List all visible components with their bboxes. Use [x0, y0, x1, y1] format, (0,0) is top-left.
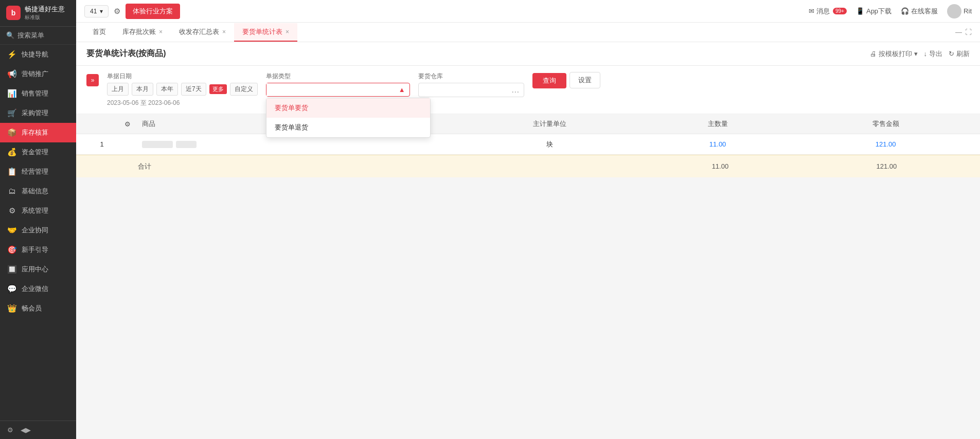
- tab-inventory-batch[interactable]: 库存批次账 ×: [114, 23, 171, 42]
- sidebar-label-purchase: 采购管理: [22, 108, 48, 118]
- tab-inventory-batch-close[interactable]: ×: [159, 28, 163, 35]
- warehouse-more-icon[interactable]: …: [511, 85, 520, 95]
- app-download-btn[interactable]: 📱 App下载: [856, 7, 892, 16]
- user-area[interactable]: Rit: [947, 4, 972, 19]
- type-filter-input[interactable]: [266, 83, 395, 96]
- purchase-icon: 🛒: [7, 108, 16, 118]
- goods-placeholder-2: [176, 141, 197, 148]
- type-filter-chevron-icon[interactable]: ▲: [395, 86, 409, 94]
- sidebar-item-cooperation[interactable]: 🤝 企业协同: [0, 221, 76, 240]
- online-service-btn[interactable]: 🎧 在线客服: [901, 7, 938, 16]
- settings-gear-icon[interactable]: ⚙: [7, 426, 13, 434]
- date-custom-btn[interactable]: 自定义: [230, 83, 258, 96]
- sidebar: b 畅捷通好生意 标准版 🔍 搜索菜单 ⚡ 快捷导航 📢 营销推广 📊 销售管理…: [0, 0, 76, 439]
- topbar-left: 41 ▾ ⚙ 体验行业方案: [84, 4, 180, 19]
- finance-icon: 💰: [7, 148, 16, 157]
- warehouse-filter-group: 要货仓库 …: [418, 72, 524, 97]
- goods-placeholder-1: [142, 141, 173, 148]
- col-gear[interactable]: ⚙: [117, 115, 138, 133]
- tab-inventory-batch-label: 库存批次账: [122, 27, 156, 36]
- dropdown-item-order-return[interactable]: 要货单退货: [266, 118, 430, 137]
- store-dropdown-icon: ▾: [100, 8, 103, 15]
- sidebar-item-purchase[interactable]: 🛒 采购管理: [0, 103, 76, 123]
- tabs-right-controls: — ⛶: [955, 28, 972, 36]
- sidebar-item-member[interactable]: 👑 畅会员: [0, 299, 76, 318]
- tab-minimize-icon[interactable]: —: [955, 28, 962, 36]
- date-last-month-btn[interactable]: 上月: [107, 83, 129, 96]
- logo-text-area: 畅捷通好生意 标准版: [25, 5, 65, 21]
- tab-order-stats-label: 要货单统计表: [242, 27, 282, 36]
- sidebar-item-sales[interactable]: 📊 销售管理: [0, 84, 76, 103]
- query-btn[interactable]: 查询: [532, 73, 566, 88]
- cell-gear-1: [117, 140, 138, 149]
- search-menu-label: 搜索菜单: [17, 31, 44, 40]
- sidebar-item-finance[interactable]: 💰 资金管理: [0, 142, 76, 162]
- app-download-icon: 📱: [856, 7, 864, 15]
- app-subtitle: 标准版: [25, 14, 65, 21]
- tab-receive-summary-close[interactable]: ×: [222, 28, 226, 35]
- operations-icon: 📋: [7, 167, 16, 176]
- tab-order-stats-close[interactable]: ×: [286, 28, 289, 35]
- sidebar-label-basic: 基础信息: [22, 187, 48, 196]
- type-filter-group: 单据类型 ▲ 要货单要货 要货单退货: [266, 72, 410, 97]
- message-label: 消息: [816, 7, 830, 16]
- footer-qty: 11.00: [637, 162, 803, 170]
- topbar-gear-icon[interactable]: ⚙: [114, 7, 120, 16]
- date-this-month-btn[interactable]: 本月: [132, 83, 153, 96]
- sidebar-label-appstore: 应用中心: [22, 265, 48, 274]
- tab-receive-summary[interactable]: 收发存汇总表 ×: [171, 23, 234, 42]
- sidebar-item-basic[interactable]: 🗂 基础信息: [0, 181, 76, 201]
- tab-order-stats[interactable]: 要货单统计表 ×: [234, 23, 297, 42]
- tab-home[interactable]: 首页: [84, 23, 114, 42]
- warehouse-filter-input[interactable]: [423, 86, 509, 94]
- message-btn[interactable]: ✉ 消息 99+: [809, 7, 847, 16]
- filter-actions-group: 查询 设置: [532, 72, 600, 89]
- search-menu-btn[interactable]: 🔍 搜索菜单: [0, 27, 76, 45]
- sidebar-item-operations[interactable]: 📋 经营管理: [0, 162, 76, 181]
- sidebar-label-wechat: 企业微信: [22, 284, 48, 294]
- export-btn[interactable]: ↓ 导出: [924, 49, 943, 59]
- col-idx: [86, 119, 117, 129]
- sidebar-item-appstore[interactable]: 🔲 应用中心: [0, 260, 76, 279]
- date-this-year-btn[interactable]: 本年: [156, 83, 178, 96]
- refresh-btn[interactable]: ↻ 刷新: [949, 49, 970, 59]
- filter-expand-btn[interactable]: »: [86, 74, 99, 86]
- print-btn[interactable]: 🖨 按模板打印 ▾: [870, 49, 918, 59]
- dropdown-item-order-return-label: 要货单退货: [275, 123, 308, 131]
- sidebar-label-guide: 新手引导: [22, 245, 48, 254]
- sidebar-label-quick-nav: 快捷导航: [22, 50, 48, 59]
- sidebar-item-marketing[interactable]: 📢 营销推广: [0, 64, 76, 84]
- date-filter-label: 单据日期: [107, 72, 258, 81]
- sidebar-label-sales: 销售管理: [22, 89, 48, 98]
- cell-amount-1[interactable]: 121.00: [801, 136, 970, 152]
- sidebar-item-wechat[interactable]: 💬 企业微信: [0, 279, 76, 299]
- sidebar-collapse-icon[interactable]: ◀▶: [21, 426, 31, 434]
- date-last-7-days-btn[interactable]: 近7天: [181, 83, 206, 96]
- content-area: 要货单统计表(按商品) 🖨 按模板打印 ▾ ↓ 导出 ↻ 刷新 »: [76, 42, 980, 439]
- sidebar-item-guide[interactable]: 🎯 新手引导: [0, 240, 76, 260]
- message-icon: ✉: [809, 7, 814, 15]
- guide-icon: 🎯: [7, 245, 16, 254]
- dropdown-item-order-goods[interactable]: 要货单要货: [266, 98, 430, 118]
- filter-settings-btn[interactable]: 设置: [569, 72, 600, 88]
- date-more-badge[interactable]: 更多: [209, 84, 227, 94]
- cell-qty-1[interactable]: 11.00: [634, 136, 802, 152]
- online-service-label: 在线客服: [911, 7, 938, 16]
- table-header: ⚙ 商品 主计量单位 主数量 零售金额: [76, 114, 980, 134]
- trial-btn[interactable]: 体验行业方案: [126, 4, 180, 19]
- page-title: 要货单统计表(按商品): [86, 48, 166, 59]
- sidebar-item-system[interactable]: ⚙ 系统管理: [0, 201, 76, 221]
- date-range-display: 2023-05-06 至 2023-06-06: [107, 99, 258, 107]
- page-actions: 🖨 按模板打印 ▾ ↓ 导出 ↻ 刷新: [870, 49, 970, 59]
- topbar: 41 ▾ ⚙ 体验行业方案 ✉ 消息 99+ 📱 App下载 🎧 在线客服 R: [76, 0, 980, 23]
- sidebar-item-quick-nav[interactable]: ⚡ 快捷导航: [0, 45, 76, 64]
- cooperation-icon: 🤝: [7, 226, 16, 235]
- headphone-icon: 🎧: [901, 7, 909, 15]
- sidebar-item-inventory[interactable]: 📦 库存核算: [0, 123, 76, 142]
- tab-expand-icon[interactable]: ⛶: [965, 28, 972, 36]
- export-icon: ↓: [924, 50, 928, 58]
- warehouse-filter-input-wrap: …: [418, 83, 524, 97]
- sales-icon: 📊: [7, 89, 16, 98]
- table-row: 1 块 11.00 121.00: [76, 134, 980, 155]
- store-selector[interactable]: 41 ▾: [84, 5, 109, 17]
